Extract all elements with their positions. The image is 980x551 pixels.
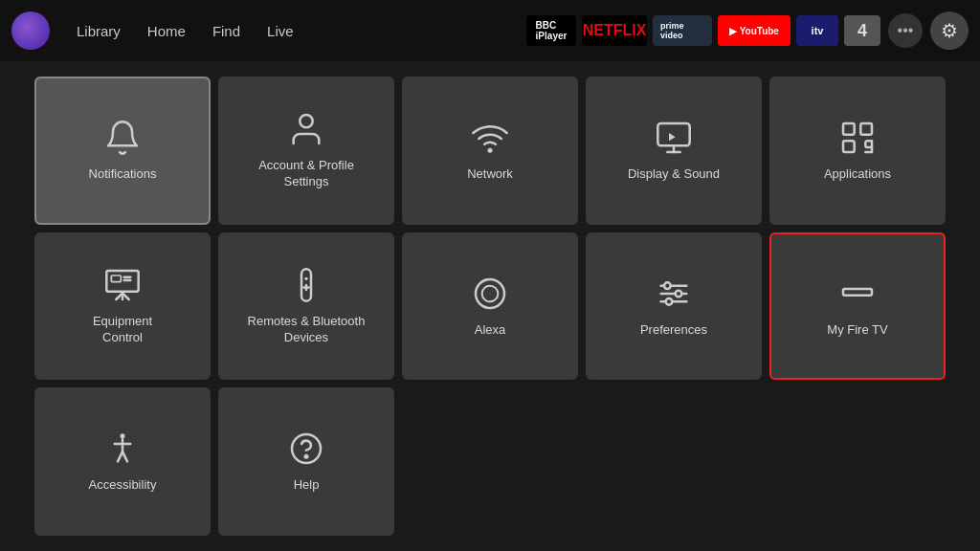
- alexa-icon: [471, 275, 509, 313]
- tile-display-sound[interactable]: Display & Sound: [586, 77, 762, 225]
- avatar[interactable]: [11, 11, 50, 50]
- svg-line-33: [118, 452, 122, 462]
- tile-accessibility-label: Accessibility: [89, 477, 157, 494]
- apps-icon: [838, 119, 877, 157]
- nav-find[interactable]: Find: [201, 17, 252, 45]
- svg-rect-14: [111, 276, 121, 282]
- tile-alexa-label: Alexa: [475, 322, 506, 339]
- tile-notifications-label: Notifications: [89, 166, 157, 183]
- tile-alexa[interactable]: Alexa: [402, 232, 578, 381]
- monitor-icon: [103, 266, 142, 304]
- app-itv[interactable]: itv: [796, 15, 838, 46]
- svg-point-26: [664, 282, 671, 289]
- tile-accessibility[interactable]: Accessibility: [34, 387, 211, 536]
- tile-network-label: Network: [467, 166, 513, 183]
- nav-library[interactable]: Library: [65, 17, 132, 45]
- app-prime[interactable]: prime video: [653, 15, 712, 46]
- nav-apps: BBCiPlayer NETFLIX prime video ▶ YouTube…: [526, 15, 880, 46]
- svg-rect-2: [657, 123, 689, 145]
- svg-point-27: [676, 290, 682, 297]
- tile-my-fire-tv-label: My Fire TV: [827, 322, 887, 339]
- remote-icon: [287, 266, 325, 304]
- sliders-icon: [655, 275, 693, 313]
- tile-display-sound-label: Display & Sound: [628, 166, 720, 183]
- firetv-icon: [838, 275, 877, 313]
- bell-icon: [103, 119, 142, 157]
- svg-point-30: [121, 433, 125, 438]
- app-netflix[interactable]: NETFLIX: [582, 15, 647, 46]
- nav-home[interactable]: Home: [136, 17, 197, 45]
- more-button[interactable]: •••: [888, 13, 923, 48]
- svg-rect-7: [843, 141, 855, 152]
- tile-equipment-label: EquipmentControl: [93, 314, 152, 346]
- accessibility-icon: [103, 430, 142, 468]
- app-ch4[interactable]: 4: [844, 15, 880, 46]
- tile-notifications[interactable]: Notifications: [34, 77, 211, 225]
- nav-live[interactable]: Live: [256, 17, 305, 45]
- display-icon: [655, 119, 693, 157]
- tile-my-fire-tv[interactable]: My Fire TV: [769, 232, 946, 381]
- svg-rect-29: [843, 289, 872, 296]
- svg-rect-6: [860, 123, 872, 135]
- svg-rect-5: [843, 123, 855, 135]
- tile-applications-label: Applications: [824, 166, 891, 183]
- app-youtube[interactable]: ▶ YouTube: [718, 15, 791, 46]
- svg-point-21: [476, 279, 504, 308]
- settings-button[interactable]: ⚙: [930, 11, 969, 50]
- tile-remotes-label: Remotes & BluetoothDevices: [248, 314, 366, 346]
- person-icon: [287, 110, 325, 148]
- tile-preferences[interactable]: Preferences: [586, 232, 762, 381]
- settings-grid: Notifications Account & ProfileSettings …: [0, 61, 980, 551]
- wifi-icon: [471, 119, 509, 157]
- tile-remotes[interactable]: Remotes & BluetoothDevices: [218, 232, 394, 381]
- svg-point-0: [300, 115, 312, 127]
- tile-preferences-label: Preferences: [640, 322, 707, 339]
- svg-point-22: [482, 285, 499, 301]
- nav-links: Library Home Find Live: [65, 17, 305, 45]
- tile-help-label: Help: [294, 477, 320, 494]
- svg-point-18: [304, 277, 307, 280]
- app-bbc[interactable]: BBCiPlayer: [526, 15, 576, 46]
- svg-point-28: [666, 298, 673, 305]
- top-nav: Library Home Find Live BBCiPlayer NETFLI…: [0, 0, 980, 61]
- tile-help[interactable]: Help: [218, 387, 394, 536]
- tile-account-label: Account & ProfileSettings: [258, 158, 354, 190]
- svg-line-34: [122, 452, 127, 462]
- tile-equipment[interactable]: EquipmentControl: [34, 232, 211, 381]
- tile-account[interactable]: Account & ProfileSettings: [218, 77, 394, 225]
- tile-applications[interactable]: Applications: [769, 77, 946, 225]
- help-icon: [287, 430, 325, 468]
- tile-network[interactable]: Network: [402, 77, 578, 225]
